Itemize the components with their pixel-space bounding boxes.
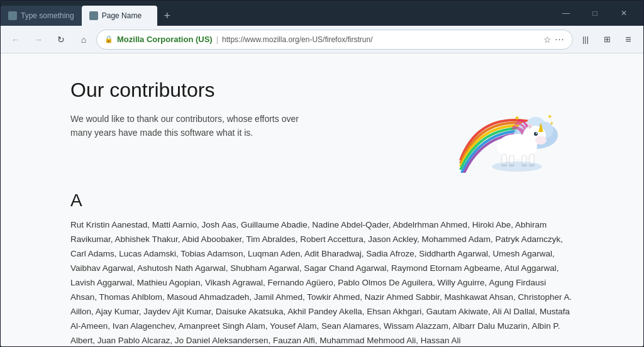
site-name: Mozilla Corporation (US): [117, 35, 213, 44]
page-title: Our contributors: [70, 79, 299, 102]
url-path: https://www.mozilla.org/en-US/firefox/fi…: [222, 35, 372, 44]
svg-text:✦: ✦: [547, 113, 552, 120]
new-tab-button[interactable]: +: [157, 6, 177, 26]
title-bar: Type something Page Name + — □ ✕: [1, 1, 643, 26]
contributors-intro: Our contributors We would like to thank …: [70, 79, 299, 140]
contributors-description: We would like to thank our contributors,…: [70, 112, 299, 140]
tab-label-2: Page Name: [102, 11, 142, 20]
refresh-button[interactable]: ↻: [51, 30, 71, 50]
section-letter-a: A: [70, 190, 574, 211]
bookmark-star-icon[interactable]: ☆: [543, 35, 552, 45]
url-bar[interactable]: 🔒 Mozilla Corporation (US) | https://www…: [96, 30, 573, 50]
menu-icon[interactable]: ≡: [618, 30, 638, 50]
page-inner: Our contributors We would like to thank …: [52, 53, 592, 346]
back-button[interactable]: ←: [6, 30, 26, 50]
unicorn-svg: ✦ ✦ ✦: [448, 72, 561, 173]
svg-text:✦: ✦: [514, 114, 520, 123]
window-controls: — □ ✕: [547, 1, 643, 26]
svg-point-14: [535, 136, 547, 145]
home-button[interactable]: ⌂: [74, 30, 94, 50]
maximize-button[interactable]: □: [580, 1, 609, 26]
url-separator: |: [216, 35, 218, 44]
lock-icon: 🔒: [104, 35, 113, 43]
tab-label-1: Type something: [21, 11, 74, 20]
tab-strip: Type something Page Name +: [1, 1, 547, 26]
tab-page-name[interactable]: Page Name: [82, 6, 157, 26]
svg-point-24: [492, 162, 542, 172]
tab-icon-2: [89, 11, 98, 20]
url-more-icon[interactable]: ···: [555, 36, 565, 43]
tab-type-something[interactable]: Type something: [1, 6, 82, 26]
unicorn-illustration: ✦ ✦ ✦: [448, 72, 574, 175]
navigation-bar: ← → ↻ ⌂ 🔒 Mozilla Corporation (US) | htt…: [1, 26, 643, 53]
close-button[interactable]: ✕: [609, 1, 638, 26]
contributors-header: Our contributors We would like to thank …: [70, 79, 574, 175]
page-content-wrapper: Our contributors We would like to thank …: [1, 53, 643, 346]
browser-window: Type something Page Name + — □ ✕ ← → ↻ ⌂…: [0, 0, 644, 347]
svg-text:✦: ✦: [550, 121, 554, 126]
layout-icon[interactable]: ⊞: [597, 30, 617, 50]
contributors-list: Rut Kristin Aanestad, Matti Aarnio, Josh…: [70, 218, 574, 346]
bookmarks-icon[interactable]: |||: [575, 30, 596, 50]
toolbar-right: ||| ⊞ ≡: [575, 30, 638, 50]
page-content: Our contributors We would like to thank …: [1, 53, 643, 346]
tab-icon-1: [8, 11, 17, 20]
svg-point-16: [536, 133, 537, 134]
forward-button[interactable]: →: [28, 30, 48, 50]
minimize-button[interactable]: —: [552, 1, 580, 26]
svg-point-15: [534, 132, 538, 136]
